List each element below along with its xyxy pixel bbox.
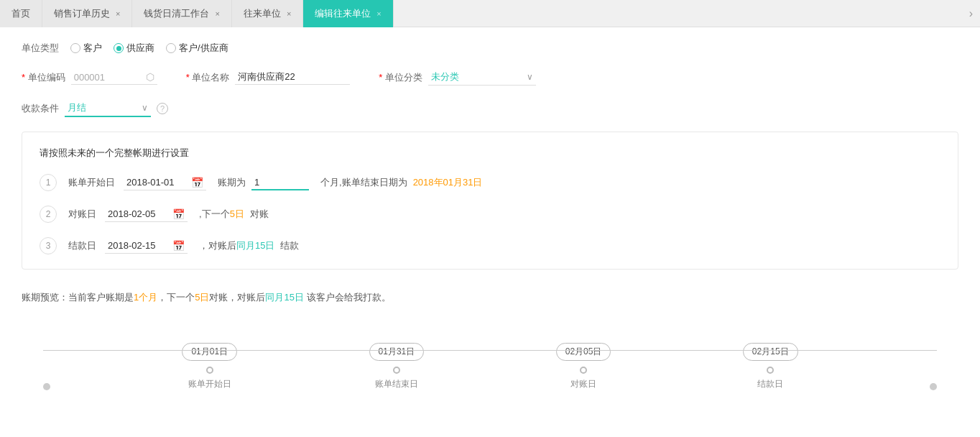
radio-supplier-label: 供应商	[126, 42, 154, 55]
start-date-field[interactable]	[126, 177, 191, 188]
reconcile-desc-after: 对账	[250, 208, 269, 221]
preview-part3: 同月15日	[265, 292, 303, 303]
tab-edit-partner[interactable]: 编辑往来单位 ×	[303, 0, 393, 27]
setting-title: 请按照未来的一个完整帐期进行设置	[40, 147, 940, 160]
tab-sales-history[interactable]: 销售订单历史 ×	[42, 0, 132, 27]
unit-name-label: 单位名称	[186, 71, 230, 84]
row-label-3: 结款日	[68, 239, 96, 252]
timeline-bubble-2: 01月31日	[369, 343, 425, 361]
timeline-label-4: 结款日	[757, 378, 783, 390]
timeline-dot-3	[580, 367, 587, 374]
row-number-2: 2	[40, 206, 57, 223]
row-number-3: 3	[40, 237, 57, 254]
radio-customer-circle	[70, 43, 80, 53]
copy-icon[interactable]: ⬡	[143, 71, 157, 83]
reconcile-day-highlight: 5日	[230, 208, 244, 221]
period-desc-before: 账期为	[218, 176, 246, 189]
unit-category-select[interactable]: 未分类 ∨	[428, 69, 536, 86]
timeline-bubble-3: 02月05日	[556, 343, 611, 361]
calendar-icon-2[interactable]: 📅	[172, 208, 185, 220]
preview-text: 账期预览：当前客户账期是1个月，下一个5日对账，对账后同月15日 该客户会给我打…	[22, 291, 958, 304]
setting-row-1: 1 账单开始日 📅 账期为 个月,账单结束日期为 2018年01月31日	[40, 174, 940, 191]
timeline-label-2: 账单结束日	[375, 378, 418, 390]
unit-code-input[interactable]	[71, 70, 143, 84]
main-content: 单位类型 客户 供应商 客户/供应商 单位编码 ⬡ 单位名称 单位分类	[0, 27, 980, 437]
chevron-down-icon-terms: ∨	[142, 103, 148, 113]
radio-customer[interactable]: 客户	[70, 42, 102, 55]
tab-edit-partner-label: 编辑往来单位	[315, 7, 371, 20]
start-date-input: 📅	[124, 175, 206, 190]
preview-suffix: 该客户会给我打款。	[307, 292, 391, 303]
radio-supplier-circle	[114, 43, 124, 53]
help-icon[interactable]: ?	[157, 103, 168, 114]
timeline-dot-2	[393, 367, 400, 374]
unit-type-radio-group: 客户 供应商 客户/供应商	[70, 42, 228, 55]
unit-category-value: 未分类	[431, 70, 524, 83]
radio-supplier[interactable]: 供应商	[114, 42, 154, 55]
reconcile-date-input: 📅	[105, 207, 188, 222]
timeline-start-dot	[43, 383, 50, 390]
preview-label: 账期预览：当前客户账期是	[22, 292, 134, 303]
end-date-highlight: 2018年01月31日	[413, 176, 483, 189]
tab-cash-work[interactable]: 钱货日清工作台 ×	[132, 0, 231, 27]
preview-part2: 5日	[195, 292, 209, 303]
timeline-line	[43, 350, 937, 351]
radio-customer-supplier[interactable]: 客户/供应商	[166, 42, 228, 55]
preview-part1: 1个月	[134, 292, 157, 303]
close-icon[interactable]: ×	[215, 9, 219, 18]
payment-day-highlight: 同月15日	[236, 239, 274, 252]
timeline-end-dot	[930, 383, 937, 390]
unit-name-input[interactable]	[235, 70, 350, 85]
period-desc-after: 个月,账单结束日期为	[320, 176, 407, 189]
payment-terms-select[interactable]: 月结 ∨	[65, 100, 151, 117]
payment-desc-after: 结款	[280, 239, 299, 252]
timeline-label-3: 对账日	[570, 378, 596, 390]
tab-partner-units[interactable]: 往来单位 ×	[232, 0, 303, 27]
timeline-label-1: 账单开始日	[188, 378, 231, 390]
setting-row-3: 3 结款日 📅 ，对账后 同月15日 结款	[40, 237, 940, 254]
row-label-2: 对账日	[68, 208, 96, 221]
close-icon[interactable]: ×	[116, 9, 120, 18]
reconcile-date-field[interactable]	[108, 208, 172, 219]
timeline: 01月01日 账单开始日 01月31日 账单结束日 02月05日 对账日	[22, 321, 958, 419]
tab-sales-history-label: 销售订单历史	[54, 7, 110, 20]
preview-section: 账期预览：当前客户账期是1个月，下一个5日对账，对账后同月15日 该客户会给我打…	[22, 281, 958, 419]
unit-code-label: 单位编码	[22, 71, 65, 84]
radio-customer-supplier-label: 客户/供应商	[179, 42, 228, 55]
payment-date-input: 📅	[105, 239, 188, 254]
preview-mid1: ，下一个	[157, 292, 195, 303]
close-icon[interactable]: ×	[287, 9, 291, 18]
tab-partner-units-label: 往来单位	[244, 7, 281, 20]
calendar-icon-1[interactable]: 📅	[191, 177, 203, 188]
unit-category-label: 单位分类	[379, 71, 422, 84]
unit-code-field: ⬡	[71, 70, 157, 85]
preview-mid2: 对账，对账后	[209, 292, 265, 303]
chevron-down-icon: ∨	[527, 72, 533, 82]
timeline-bubble-4: 02月15日	[743, 343, 798, 361]
tab-home-label: 首页	[11, 7, 30, 20]
row-number-1: 1	[40, 174, 57, 191]
setting-box: 请按照未来的一个完整帐期进行设置 1 账单开始日 📅 账期为 个月,账单结束日期…	[22, 132, 958, 270]
reconcile-desc-before: ,下一个	[199, 208, 230, 221]
radio-customer-supplier-circle	[166, 43, 176, 53]
tab-more-button[interactable]: ›	[962, 7, 980, 20]
unit-fields-row: 单位编码 ⬡ 单位名称 单位分类 未分类 ∨	[22, 69, 958, 86]
row-label-1: 账单开始日	[68, 176, 115, 189]
tab-bar: 首页 销售订单历史 × 钱货日清工作台 × 往来单位 × 编辑往来单位 × ›	[0, 0, 980, 27]
timeline-bubble-1: 01月01日	[182, 343, 237, 361]
unit-type-label: 单位类型	[22, 42, 59, 55]
timeline-dot-4	[767, 367, 774, 374]
setting-row-2: 2 对账日 📅 ,下一个 5日 对账	[40, 206, 940, 223]
period-input[interactable]	[251, 175, 309, 190]
close-icon[interactable]: ×	[376, 9, 381, 18]
unit-type-row: 单位类型 客户 供应商 客户/供应商	[22, 42, 958, 55]
tab-home[interactable]: 首页	[0, 0, 42, 27]
payment-desc-before: ，对账后	[199, 239, 236, 252]
payment-terms-label: 收款条件	[22, 102, 59, 115]
tab-cash-work-label: 钱货日清工作台	[144, 7, 209, 20]
payment-date-field[interactable]	[108, 240, 172, 251]
payment-terms-row: 收款条件 月结 ∨ ?	[22, 100, 958, 117]
timeline-dot-1	[206, 367, 213, 374]
calendar-icon-3[interactable]: 📅	[172, 240, 185, 252]
radio-customer-label: 客户	[83, 42, 102, 55]
